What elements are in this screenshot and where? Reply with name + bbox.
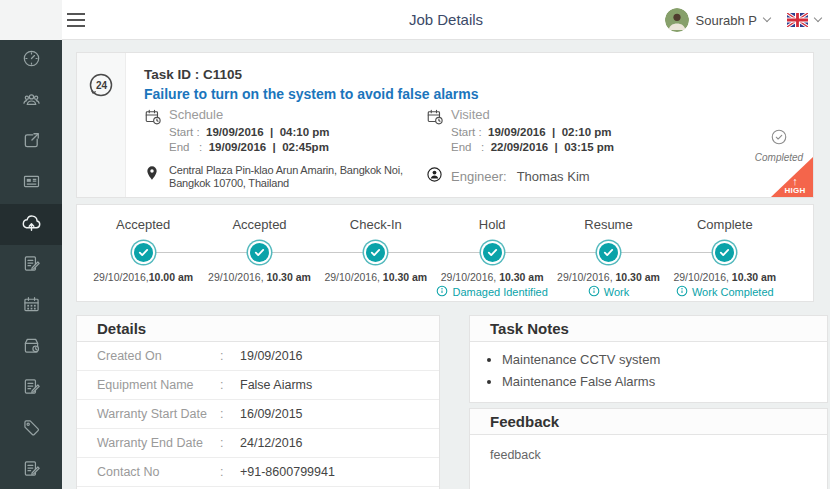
task-note-item: Maintenance CCTV system — [502, 352, 827, 367]
visited-label: Visited — [451, 107, 614, 122]
task-address: Central Plaza Pin-klao Arun Amarin, Bang… — [169, 164, 403, 190]
task-edit-icon — [21, 458, 42, 483]
sidebar-item-note-edit[interactable] — [0, 245, 62, 286]
feedback-text: feedback — [470, 435, 827, 475]
sidebar-item-news[interactable] — [0, 163, 62, 204]
engineer-icon — [426, 165, 451, 187]
share-icon — [21, 130, 42, 155]
avatar[interactable] — [665, 8, 689, 32]
news-icon — [21, 171, 42, 196]
engineer-label: Engineer: — [451, 169, 507, 184]
timeline-step-4: Hold 29/10/2016, 10.30 am Damaged Identi… — [434, 217, 550, 301]
status-timeline-card: Accepted 29/10/2016,10.00 am Accepted 29… — [76, 204, 814, 302]
cloud-upload-icon — [20, 211, 43, 238]
service-24h-icon: 24 — [85, 87, 117, 104]
tag-icon — [21, 417, 42, 442]
detail-row-created-on: Created On:19/09/2016 — [77, 342, 439, 371]
dashboard-icon — [21, 48, 42, 73]
priority-up-arrow-icon: ↑ — [780, 177, 810, 186]
step-check-icon — [599, 243, 618, 262]
sidebar-item-dashboard[interactable] — [0, 40, 62, 81]
priority-high: ↑ HIGH — [780, 177, 810, 195]
task-type-strip: 24 — [77, 53, 126, 197]
info-icon — [588, 285, 600, 299]
task-note-item: Maintenance False Alarms — [502, 374, 827, 389]
users-icon — [21, 89, 42, 114]
detail-row-contact-no: Contact No:+91-8600799941 — [77, 458, 439, 487]
user-menu-chevron-icon[interactable] — [763, 14, 771, 22]
timeline-step-2: Accepted 29/10/2016, 10.30 am — [201, 217, 317, 301]
language-chevron-icon[interactable] — [814, 14, 822, 22]
info-icon — [676, 285, 688, 299]
step-check-icon — [715, 243, 734, 262]
schedule-calendar-icon — [144, 107, 169, 155]
note-edit-icon — [21, 253, 42, 278]
language-flag-icon[interactable] — [787, 13, 808, 27]
schedule-label: Schedule — [169, 107, 330, 122]
timeline-step-3: Check-In 29/10/2016, 10.30 am — [318, 217, 434, 301]
sidebar-item-report-edit[interactable] — [0, 368, 62, 409]
step-check-icon — [366, 243, 385, 262]
svg-text:24: 24 — [96, 80, 108, 91]
step-check-icon — [483, 243, 502, 262]
task-title-link[interactable]: Failure to turn on the system to avoid f… — [144, 86, 795, 102]
step-check-icon — [250, 243, 269, 262]
engineer-name: Thomas Kim — [517, 169, 590, 184]
report-edit-icon — [21, 376, 42, 401]
calendar-icon — [21, 294, 42, 319]
info-icon — [436, 285, 448, 299]
main-content: 24 Task ID : C1105 Failure to turn on th… — [62, 40, 830, 489]
top-header: Job Details Sourabh P — [0, 0, 830, 40]
detail-row-warranty-start: Warranty Start Date:16/09/2015 — [77, 400, 439, 429]
detail-row-equipment-name: Equipment Name:False Aiarms — [77, 371, 439, 400]
feedback-title: Feedback — [470, 409, 827, 435]
timeline-step-5: Resume 29/10/2016, 10.30 am Work — [550, 217, 666, 301]
location-pin-icon — [144, 164, 169, 190]
step-check-icon — [134, 243, 153, 262]
details-title: Details — [77, 316, 439, 342]
sidebar-item-calendar[interactable] — [0, 286, 62, 327]
feedback-card: Feedback feedback — [469, 408, 828, 489]
task-notes-card: Task Notes Maintenance CCTV system Maint… — [469, 315, 828, 403]
task-summary-card: 24 Task ID : C1105 Failure to turn on th… — [76, 52, 814, 198]
sidebar-item-orders[interactable] — [0, 327, 62, 368]
visited-calendar-icon — [426, 107, 451, 155]
sidebar-item-task-edit[interactable] — [0, 450, 62, 489]
completed-check-icon — [770, 132, 788, 149]
sidebar-item-cloud-upload[interactable] — [0, 204, 62, 245]
task-notes-title: Task Notes — [470, 316, 827, 342]
sidebar-nav — [0, 40, 62, 489]
sidebar-item-share[interactable] — [0, 122, 62, 163]
sidebar-item-users[interactable] — [0, 81, 62, 122]
order-box-clock-icon — [21, 335, 42, 360]
task-id: Task ID : C1105 — [144, 67, 795, 82]
details-card: Details Created On:19/09/2016 Equipment … — [76, 315, 440, 489]
header-corner — [0, 0, 62, 40]
timeline-step-1: Accepted 29/10/2016,10.00 am — [85, 217, 201, 301]
user-name[interactable]: Sourabh P — [696, 13, 757, 28]
timeline-step-6: Complete 29/10/2016, 10.30 am Work Compl… — [667, 217, 783, 301]
detail-row-warranty-end: Warranty End Date:24/12/2016 — [77, 429, 439, 458]
sidebar-item-tags[interactable] — [0, 409, 62, 450]
